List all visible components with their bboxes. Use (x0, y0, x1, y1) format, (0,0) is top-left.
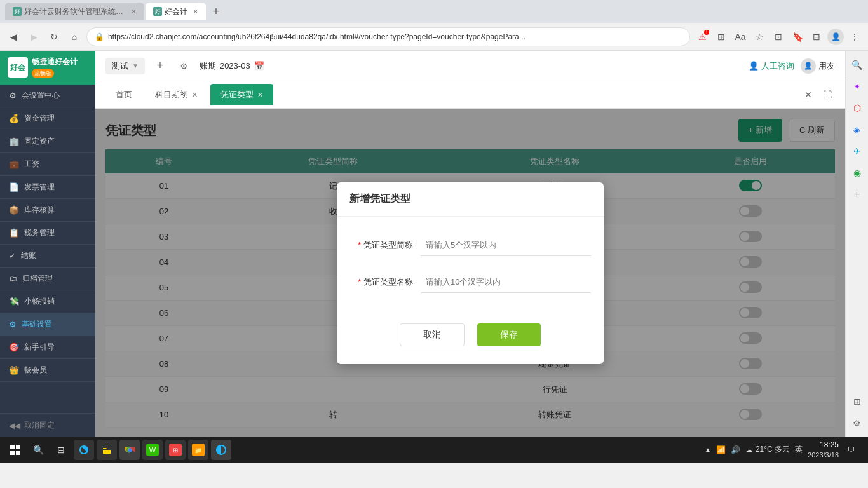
voucher-name-input[interactable] (421, 271, 591, 293)
browser-tab-inactive[interactable]: 好 好会计云财务软件管理系统_会计 ✕ (5, 3, 144, 20)
tab-account-opening-close-icon[interactable]: ✕ (192, 91, 198, 99)
sidebar-item-inventory[interactable]: 📦 库存核算 (0, 199, 95, 222)
extension-icon-4[interactable]: ⊡ (770, 29, 787, 45)
calendar-icon[interactable]: 📅 (254, 61, 264, 71)
tab-account-opening[interactable]: 科目期初 ✕ (145, 84, 208, 105)
tray-network-icon[interactable]: 📶 (716, 445, 726, 454)
extension-icon-2[interactable]: Aa (732, 29, 749, 45)
right-panel-settings-icon[interactable]: ⚙ (848, 414, 866, 432)
tab-voucher-type-label: 凭证类型 (220, 89, 254, 100)
sidebar-item-expense[interactable]: 💸 小畅报销 (0, 290, 95, 313)
sidebar-logo: 好会 畅捷通好会计 流畅版 (0, 51, 95, 85)
taskbar-multitask-button[interactable]: ⊟ (51, 440, 71, 460)
taskbar-icon-5[interactable]: 📁 (188, 440, 208, 460)
customer-service-button[interactable]: 👤 人工咨询 (749, 60, 794, 72)
sidebar-item-tax[interactable]: 📋 税务管理 (0, 222, 95, 245)
address-bar: ◀ ▶ ↻ ⌂ 🔒 https://cloud2.chanjet.com/acc… (0, 23, 868, 51)
customer-service-icon: 👤 (749, 61, 759, 71)
user-profile-icon[interactable]: 👤 (827, 29, 844, 45)
sidebar-item-basic-settings[interactable]: ⚙ 基础设置 (0, 313, 95, 336)
save-button[interactable]: 保存 (477, 323, 541, 346)
vip-label: 畅会员 (24, 365, 47, 376)
sidebar-item-payroll[interactable]: 💼 工资 (0, 153, 95, 176)
modal-dialog: 新增凭证类型 * 凭证类型简称 * 凭证类型名称 取消 (337, 182, 604, 364)
warning-icon[interactable]: ⚠! (694, 29, 710, 45)
right-star-icon[interactable]: ✦ (848, 78, 866, 95)
close-tab-button[interactable]: ✕ (801, 87, 816, 102)
taskbar-wechat-icon[interactable]: W (142, 440, 163, 460)
tray-volume-icon[interactable]: 🔊 (731, 445, 740, 454)
extension-icon-3[interactable]: ☆ (751, 29, 768, 45)
taskbar-icon-6[interactable] (211, 440, 231, 460)
guide-icon: 🎯 (9, 342, 19, 352)
taskbar-explorer-icon[interactable] (97, 440, 117, 460)
extension-icon-6[interactable]: ⊟ (808, 29, 825, 45)
home-button[interactable]: ⌂ (66, 29, 83, 45)
start-button[interactable] (5, 440, 25, 460)
tab-close-icon[interactable]: ✕ (131, 8, 137, 16)
browser-tab-active[interactable]: 好 好会计 ✕ (146, 3, 206, 20)
app-header: 测试 ▼ + ⚙ 账期 2023-03 📅 👤 人工咨询 👤 用友 (95, 51, 845, 81)
form-label-abbr: * 凭证类型简称 (349, 240, 413, 251)
sidebar-item-archive[interactable]: 🗂 归档管理 (0, 268, 95, 290)
browser-chrome: 好 好会计云财务软件管理系统_会计 ✕ 好 好会计 ✕ + ◀ ▶ ↻ ⌂ 🔒 … (0, 0, 868, 51)
right-panel-icon-3[interactable]: ✈ (848, 142, 866, 160)
right-panel-icon-4[interactable]: ◉ (848, 164, 866, 182)
right-side-panel: 🔍 ✦ ⬡ ◈ ✈ ◉ + ⊞ ⚙ (845, 51, 868, 437)
fixed-assets-icon: 🏢 (9, 137, 19, 146)
basic-settings-label: 基础设置 (22, 319, 52, 330)
tab-title-active: 好会计 (165, 6, 187, 17)
weather-text: 21°C 多云 (756, 444, 790, 455)
tab-home[interactable]: 首页 (105, 84, 142, 105)
tray-lang-button[interactable]: 英 (795, 444, 803, 455)
address-text: https://cloud2.chanjet.com/accounting/uh… (108, 32, 682, 41)
right-panel-add-icon[interactable]: + (848, 186, 866, 203)
maximize-tab-button[interactable]: ⛶ (820, 87, 835, 102)
sidebar-item-closing[interactable]: ✓ 结账 (0, 245, 95, 268)
sidebar-item-vip[interactable]: 👑 畅会员 (0, 359, 95, 382)
finance-label: 资金管理 (24, 113, 55, 124)
tab-close-active-icon[interactable]: ✕ (193, 8, 198, 16)
extension-icon-5[interactable]: 🔖 (789, 29, 806, 45)
sidebar-item-invoice[interactable]: 📄 发票管理 (0, 176, 95, 199)
taskbar-icon-4[interactable]: ⊞ (165, 440, 186, 460)
right-panel-grid-icon[interactable]: ⊞ (848, 393, 866, 410)
back-button[interactable]: ◀ (5, 29, 22, 45)
sidebar-item-guide[interactable]: 🎯 新手引导 (0, 336, 95, 359)
workspace-selector[interactable]: 测试 ▼ (105, 58, 145, 74)
extension-icon-1[interactable]: ⊞ (713, 29, 729, 45)
taskbar-chrome-icon[interactable] (119, 440, 140, 460)
right-panel-icon-1[interactable]: ⬡ (848, 99, 866, 117)
taskbar-search-button[interactable]: 🔍 (28, 440, 48, 460)
tab-voucher-type-close-icon[interactable]: ✕ (257, 91, 263, 99)
extensions-area: ⚠! ⊞ Aa ☆ ⊡ 🔖 ⊟ 👤 ⋮ (694, 29, 863, 45)
new-tab-button[interactable]: + (207, 3, 225, 20)
forward-button[interactable]: ▶ (25, 29, 42, 45)
right-search-icon[interactable]: 🔍 (848, 56, 866, 74)
add-workspace-button[interactable]: + (151, 57, 169, 75)
taskbar-notification-icon[interactable]: 🗨 (844, 442, 859, 458)
form-row-abbr: * 凭证类型简称 (349, 234, 591, 256)
taskbar-date: 2023/3/18 (808, 451, 839, 459)
sidebar-item-finance[interactable]: 💰 资金管理 (0, 107, 95, 130)
taskbar-edge-icon[interactable] (74, 440, 94, 460)
cancel-button[interactable]: 取消 (400, 323, 465, 346)
sidebar-item-settings-center[interactable]: ⚙ 会设置中心 (0, 85, 95, 107)
more-options-icon[interactable]: ⋮ (846, 29, 863, 45)
address-input[interactable]: 🔒 https://cloud2.chanjet.com/accounting/… (86, 27, 690, 46)
tab-voucher-type[interactable]: 凭证类型 ✕ (210, 84, 273, 105)
user-info-area[interactable]: 👤 用友 (801, 58, 835, 74)
workspace-dropdown-icon: ▼ (132, 62, 139, 69)
right-panel-icon-2[interactable]: ◈ (848, 121, 866, 139)
voucher-abbr-input[interactable] (421, 234, 591, 256)
sidebar-bottom-unpin[interactable]: ◀◀ 取消固定 (0, 413, 95, 437)
vip-icon: 👑 (9, 365, 19, 375)
taskbar-clock[interactable]: 18:25 2023/3/18 (808, 440, 839, 459)
sidebar-item-fixed-assets[interactable]: 🏢 固定资产 (0, 130, 95, 153)
refresh-button[interactable]: ↻ (46, 29, 62, 45)
tray-expand-icon[interactable]: ▲ (705, 446, 711, 453)
lock-icon: 🔒 (95, 32, 104, 41)
settings-button[interactable]: ⚙ (175, 57, 193, 75)
form-label-name: * 凭证类型名称 (349, 276, 413, 288)
svg-rect-0 (10, 445, 15, 449)
